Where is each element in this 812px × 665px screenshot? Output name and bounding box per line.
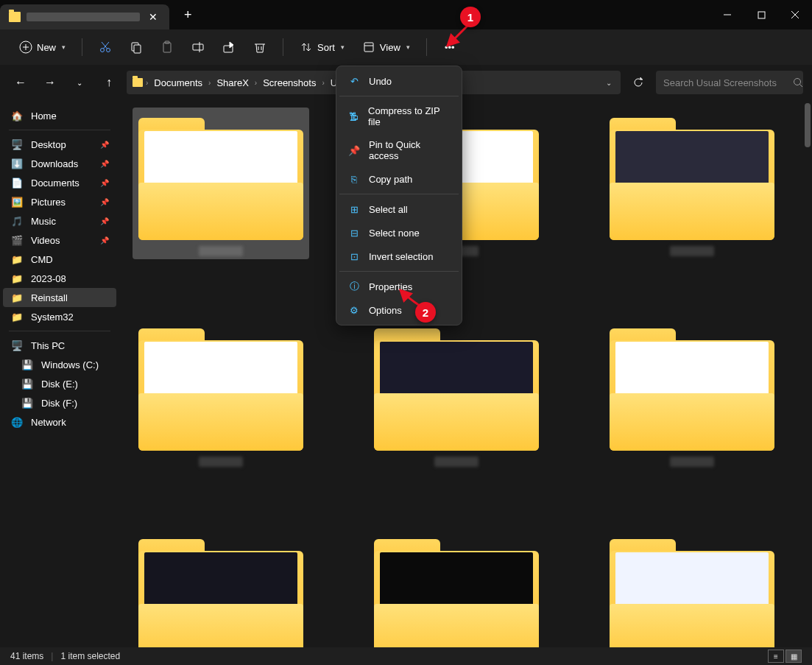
- menu-select-all[interactable]: ⊞Select all: [339, 197, 459, 221]
- home-icon: 🏠: [10, 110, 24, 122]
- pin-icon: 📌: [100, 141, 109, 149]
- folder-thumbnail: [610, 321, 774, 451]
- item-label: [670, 457, 714, 467]
- thumbnail-view-button[interactable]: ▦: [785, 650, 802, 663]
- selectnone-icon: ⊟: [348, 227, 360, 239]
- folder-item[interactable]: [368, 529, 545, 647]
- sidebar-item-desktop[interactable]: 🖥️Desktop📌: [3, 135, 116, 154]
- copy-button[interactable]: [122, 36, 150, 58]
- maximize-button[interactable]: [744, 0, 778, 29]
- separator: [283, 38, 283, 56]
- folder-icon: 📁: [10, 292, 24, 303]
- breadcrumb-segment[interactable]: Screenshots: [260, 76, 319, 90]
- sidebar-item-documents[interactable]: 📄Documents📌: [3, 173, 116, 192]
- pin-icon: 📌: [348, 144, 360, 156]
- sidebar-drive[interactable]: 💾Disk (E:): [3, 374, 116, 393]
- folder-icon: [133, 78, 143, 87]
- details-view-button[interactable]: ≡: [768, 650, 784, 663]
- folder-item[interactable]: [368, 318, 545, 470]
- recent-button[interactable]: ⌄: [68, 71, 91, 94]
- sidebar-item-cmd[interactable]: 📁CMD: [3, 250, 116, 269]
- breadcrumb-segment[interactable]: ShareX: [213, 76, 251, 90]
- paste-button[interactable]: [153, 36, 181, 58]
- close-button[interactable]: [778, 0, 812, 29]
- new-button[interactable]: New ▾: [12, 36, 73, 58]
- item-label: [199, 246, 243, 256]
- pc-icon: 🖥️: [10, 339, 24, 351]
- scrollbar[interactable]: [805, 103, 811, 147]
- menu-invert-selection[interactable]: ⊡Invert selection: [339, 244, 459, 268]
- pin-icon: 📌: [100, 217, 109, 225]
- folder-item[interactable]: [604, 529, 780, 647]
- minimize-button[interactable]: [710, 0, 744, 29]
- chevron-right-icon: ›: [322, 79, 324, 87]
- download-icon: ⬇️: [10, 158, 24, 169]
- folder-thumbnail: [138, 532, 303, 647]
- sidebar-item-music[interactable]: 🎵Music📌: [3, 211, 116, 231]
- forward-button[interactable]: →: [38, 71, 62, 94]
- folder-item[interactable]: [133, 529, 309, 647]
- menu-undo[interactable]: ↶Undo: [339, 69, 459, 93]
- pin-icon: 📌: [100, 179, 109, 187]
- breadcrumb-segment[interactable]: Documents: [151, 76, 205, 90]
- drive-icon: 💾: [21, 378, 34, 390]
- share-icon: [222, 41, 236, 54]
- menu-copy-path[interactable]: ⎘Copy path: [339, 167, 459, 191]
- folder-item[interactable]: [604, 318, 780, 470]
- sidebar-item-pictures[interactable]: 🖼️Pictures📌: [3, 192, 116, 211]
- sidebar-thispc[interactable]: 🖥️This PC: [3, 336, 116, 355]
- close-tab-icon[interactable]: ✕: [146, 11, 160, 23]
- view-toggle: ≡ ▦: [768, 650, 802, 663]
- sidebar-item-reinstall[interactable]: 📁Reinstall: [3, 288, 116, 307]
- search-icon[interactable]: [793, 77, 803, 88]
- view-button[interactable]: View ▾: [355, 36, 417, 58]
- cut-button[interactable]: [91, 36, 119, 58]
- back-button[interactable]: ←: [9, 71, 32, 94]
- divider: [9, 331, 110, 331]
- up-button[interactable]: ↑: [97, 71, 121, 94]
- folder-thumbnail: [610, 532, 774, 647]
- sidebar-drive[interactable]: 💾Disk (F:): [3, 393, 116, 412]
- active-tab[interactable]: ✕: [0, 4, 169, 29]
- svg-rect-1: [758, 12, 765, 18]
- picture-icon: 🖼️: [10, 196, 24, 208]
- sidebar-item-downloads[interactable]: ⬇️Downloads📌: [3, 154, 116, 173]
- drive-icon: 💾: [21, 397, 34, 409]
- sidebar-network[interactable]: 🌐Network: [3, 412, 116, 432]
- selection-count: 1 item selected: [60, 651, 120, 661]
- copypath-icon: ⎘: [348, 173, 360, 185]
- folder-item[interactable]: [133, 108, 309, 259]
- refresh-button[interactable]: [626, 71, 650, 94]
- new-tab-button[interactable]: +: [169, 7, 207, 23]
- delete-button[interactable]: [246, 36, 274, 58]
- search-box[interactable]: [656, 71, 803, 94]
- share-button[interactable]: [215, 36, 243, 58]
- folder-thumbnail: [610, 110, 774, 240]
- folder-item[interactable]: [133, 318, 309, 470]
- svg-point-25: [794, 79, 801, 85]
- search-input[interactable]: [663, 77, 787, 88]
- separator: [82, 38, 82, 56]
- titlebar: ✕ +: [0, 0, 812, 29]
- document-icon: 📄: [10, 177, 24, 189]
- address-dropdown[interactable]: ⌄: [603, 76, 615, 90]
- folder-icon: 📁: [10, 272, 24, 284]
- sidebar-item-videos[interactable]: 🎬Videos📌: [3, 231, 116, 250]
- scissors-icon: [99, 41, 112, 54]
- sort-button[interactable]: Sort ▾: [292, 36, 352, 58]
- sidebar-drive[interactable]: 💾Windows (C:): [3, 355, 116, 374]
- chevron-down-icon: ▾: [341, 43, 345, 51]
- menu-pin-to-quick-access[interactable]: 📌Pin to Quick access: [339, 133, 459, 167]
- menu-select-none[interactable]: ⊟Select none: [339, 221, 459, 244]
- rename-button[interactable]: [184, 36, 212, 58]
- menu-compress-to-zip-file[interactable]: 🗜Compress to ZIP file: [339, 99, 459, 133]
- sidebar-item-2023-08[interactable]: 📁2023-08: [3, 269, 116, 288]
- sidebar-item-system32[interactable]: 📁System32: [3, 307, 116, 326]
- folder-item[interactable]: [604, 108, 780, 259]
- sidebar-home[interactable]: 🏠Home: [3, 106, 116, 125]
- menu-separator: [339, 271, 459, 272]
- content-pane[interactable]: [119, 100, 812, 647]
- clipboard-icon: [160, 41, 174, 54]
- item-count: 41 items: [10, 651, 43, 661]
- annotation-1: 1: [460, 7, 481, 27]
